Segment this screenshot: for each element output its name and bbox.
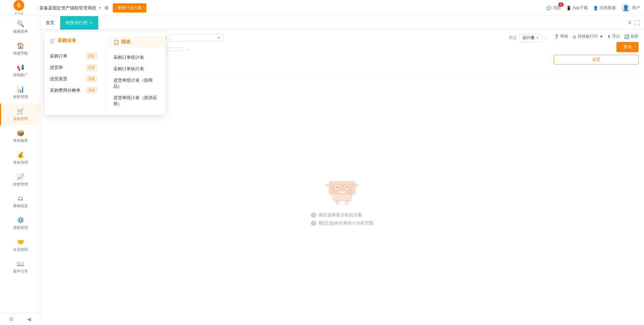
sidebar-item-marketing[interactable]: 📢 营销推广 — [0, 60, 40, 82]
sidebar-item-label: 营销推广 — [13, 73, 28, 78]
dropdown-item-inbound[interactable]: 进货单 历史 — [50, 62, 97, 73]
user-label: 用户 — [632, 5, 640, 11]
tab-home[interactable]: 首页 — [40, 16, 60, 30]
help-btn[interactable]: ❓ 帮助 — [554, 34, 568, 39]
dropdown-item-purchase-order-stat[interactable]: 采购订单统计表 — [113, 52, 160, 63]
set-button[interactable]: 设置 — [554, 55, 639, 65]
app-logo-area: 6 标准版 — [4, 0, 34, 16]
logo-icon: 6 — [13, 0, 24, 11]
sidebar-item-label: 基础信息 — [13, 203, 28, 208]
print-label: 按模板打印 — [578, 34, 598, 39]
chevron-down-icon: ▼ — [98, 6, 102, 10]
doc-status-select[interactable]: ▼ — [170, 34, 223, 41]
search-icon: 🔍 — [17, 20, 24, 28]
system-icon: ⚙️ — [17, 216, 24, 224]
sidebar-item-finance[interactable]: 💰 资金管理 — [0, 147, 40, 169]
sidebar-item-operation[interactable]: 📈 经营管理 — [0, 169, 40, 191]
tab-bar: 首页 销售排行榜 ✕ ✕ ⛶ — [40, 16, 644, 30]
sidebar-item-purchase[interactable]: 🛒 采购管理 — [0, 104, 40, 125]
dropdown-item-inbound-stat-supplier[interactable]: 进货单统计表（按供应商） — [113, 92, 160, 110]
sidebar-bottom: ⚙ ◀ — [0, 313, 40, 325]
tab-sales-ranking[interactable]: 销售排行榜 ✕ — [60, 16, 99, 30]
dropdown-item-inbound-return[interactable]: 进货退货 历史 — [50, 73, 97, 85]
goods-label: 商品 — [509, 35, 517, 41]
export-label: 导出 — [612, 34, 620, 39]
user-btn[interactable]: 👤 用户 — [621, 3, 640, 13]
sidebar-item-label: 新手引导 — [13, 269, 28, 274]
dropdown-item-purchase-order-exec[interactable]: 采购订单执行表 — [113, 63, 160, 75]
sidebar-item-label: 采购管理 — [13, 116, 28, 121]
item-label: 采购订单 — [50, 53, 67, 59]
sidebar-item-search[interactable]: 🔍 搜索菜单 — [0, 16, 40, 38]
salesman-more-btn[interactable]: ··· — [187, 47, 190, 52]
help-icon: ❓ — [554, 34, 559, 39]
step1-text: 请先选择要分析的方案 — [318, 212, 362, 218]
item-label: 进货单统计表（按供应商） — [113, 95, 160, 107]
online-service-btn[interactable]: 👤 在线客服 — [593, 5, 616, 11]
sidebar-item-basic-info[interactable]: 🗂 基础信息 — [0, 191, 40, 212]
message-btn[interactable]: 💬 消息 5 — [546, 5, 561, 11]
tab-close-icon[interactable]: ✕ — [90, 21, 93, 25]
svg-point-5 — [346, 186, 348, 188]
sidebar-item-quicknav[interactable]: 🏠 快捷导航 — [0, 38, 40, 60]
sidebar-item-label: 库存核算 — [13, 138, 28, 143]
sidebar-menu: 🔍 搜索菜单 🏠 快捷导航 📢 营销推广 📊 销售管理 🛒 采购管 — [0, 16, 40, 313]
help-label: 帮助 — [560, 34, 568, 39]
item-label: 采购费用分摊单 — [50, 87, 80, 93]
history-tag: 历史 — [86, 87, 97, 93]
basicinfo-icon: 🗂 — [17, 195, 24, 202]
collapse-sidebar-icon[interactable]: ◀ — [27, 316, 31, 322]
empty-state: 1 请先选择要分析的方案 2 用[过滤]条件来缩小分析范围 — [311, 174, 373, 228]
inventory-icon: 📦 — [17, 129, 24, 137]
step1-num: 1 — [311, 212, 316, 218]
item-label: 采购订单统计表 — [113, 54, 144, 60]
svg-rect-8 — [345, 200, 349, 205]
dropdown-cols: 🛒 采购业务 采购订单 历史 进货单 历史 进货退货 历史 采购费用分摊单 历史 — [44, 38, 166, 110]
guide-icon: 📖 — [17, 260, 24, 268]
purchase-col-title: 采购业务 — [58, 38, 76, 44]
enterprise-icon: 🤝 — [17, 238, 24, 246]
dropdown-divider — [105, 38, 105, 110]
export-btn[interactable]: ⬆ 导出 — [607, 34, 620, 39]
goods-more-btn[interactable]: ··· — [545, 35, 548, 40]
purchase-col-icon: 🛒 — [50, 38, 56, 43]
industry-btn[interactable]: 体验行业方案 — [113, 3, 146, 12]
sidebar-item-label: 快捷导航 — [13, 51, 28, 56]
message-badge: 5 — [558, 2, 564, 7]
sidebar-item-enterprise[interactable]: 🤝 企业协同 — [0, 234, 40, 256]
sidebar-item-sales[interactable]: 📊 销售管理 — [0, 82, 40, 104]
purchase-col-header: 🛒 采购业务 — [50, 38, 97, 46]
app-download-btn[interactable]: 📱 App下载 — [566, 5, 588, 11]
item-label: 进货单 — [50, 65, 63, 71]
sidebar: 🔍 搜索菜单 🏠 快捷导航 📢 营销推广 📊 销售管理 🛒 采购管 — [0, 16, 40, 325]
sidebar-item-system[interactable]: ⚙️ 系统管理 — [0, 212, 40, 234]
print-btn[interactable]: 🖨 按模板打印 ▼ — [572, 34, 603, 39]
svg-rect-6 — [339, 191, 346, 193]
history-tag: 历史 — [86, 53, 97, 59]
goods-tag-close-icon[interactable]: ✕ — [536, 36, 539, 40]
dropdown-item-purchase-order[interactable]: 采购订单 历史 — [50, 50, 97, 62]
gear-icon[interactable]: ⚙ — [104, 5, 109, 11]
online-service-label: 在线客服 — [600, 5, 616, 11]
sidebar-item-guide[interactable]: 📖 新手引导 — [0, 256, 40, 278]
dropdown-item-inbound-stat-goods[interactable]: 进货单统计表（按商品） — [113, 75, 160, 92]
goods-tag[interactable]: 设计桑 ✕ — [520, 34, 542, 42]
dropdown-item-purchase-expense[interactable]: 采购费用分摊单 历史 — [50, 85, 97, 96]
svg-rect-9 — [325, 184, 332, 187]
empty-illustration — [322, 174, 362, 208]
refresh-btn[interactable]: 🔄 刷新 — [624, 34, 639, 39]
home-icon: 🏠 — [17, 42, 24, 49]
empty-text: 1 请先选择要分析的方案 2 用[过滤]条件来缩小分析范围 — [311, 212, 373, 228]
sidebar-item-label: 经营管理 — [13, 182, 28, 187]
query-button[interactable]: 查询 — [616, 42, 639, 52]
sidebar-item-inventory[interactable]: 📦 库存核算 — [0, 125, 40, 147]
report-col-icon: 📋 — [113, 39, 119, 45]
system-title-text: 装备及固定资产辅助管理系统 — [39, 5, 96, 11]
top-bar-right: 💬 消息 5 📱 App下载 👤 在线客服 👤 用户 — [546, 3, 640, 13]
system-title[interactable]: 装备及固定资产辅助管理系统 ▼ — [39, 5, 102, 11]
settings-bottom-icon[interactable]: ⚙ — [9, 316, 14, 322]
tab-fullscreen-icon[interactable]: ⛶ — [635, 20, 640, 26]
item-label: 进货退货 — [50, 76, 67, 82]
sidebar-item-label: 系统管理 — [13, 225, 28, 230]
tab-close-all-icon[interactable]: ✕ — [628, 19, 632, 26]
